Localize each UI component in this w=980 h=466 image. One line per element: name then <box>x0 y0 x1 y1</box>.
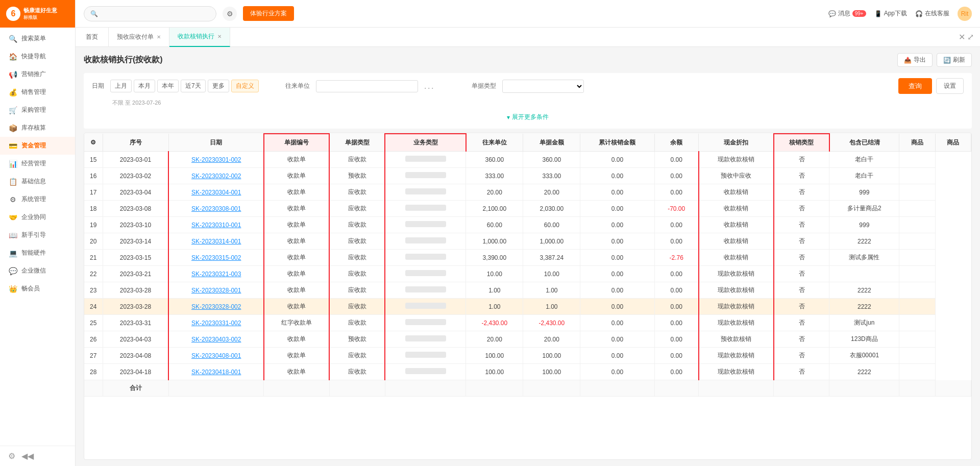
date-btn-上月[interactable]: 上月 <box>110 80 132 92</box>
date-btn-本年[interactable]: 本年 <box>157 80 179 92</box>
tab-expand[interactable]: ⤢ <box>967 32 974 42</box>
cell-bill_no[interactable]: SK-20230314-001 <box>168 233 264 250</box>
footer-cell-12 <box>829 380 899 397</box>
tab-close-all[interactable]: ✕ <box>959 32 965 42</box>
filter-row-2: 不限 至 2023-07-26 <box>92 98 964 107</box>
bill-link[interactable]: SK-20230301-002 <box>191 156 241 163</box>
bill-link[interactable]: SK-20230403-002 <box>191 336 241 343</box>
cell-bill_no[interactable]: SK-20230331-002 <box>168 315 264 331</box>
sidebar-item-collab[interactable]: 🤝企业协同 <box>0 208 75 226</box>
cell-bill_no[interactable]: SK-20230418-001 <box>168 364 264 380</box>
bill-link[interactable]: SK-20230328-001 <box>191 287 241 294</box>
settings-icon[interactable]: ⚙ <box>8 451 15 461</box>
cell-bill_no[interactable]: SK-20230315-002 <box>168 250 264 266</box>
cell-bill_no[interactable]: SK-20230310-001 <box>168 217 264 233</box>
data-table: ⚙序号日期单据编号单据类型业务类型往来单位单据金额累计核销金额余额现金折扣核销类… <box>84 133 971 397</box>
cell-bill_no[interactable]: SK-20230302-002 <box>168 168 264 184</box>
cell-bill_no[interactable]: SK-20230304-001 <box>168 184 264 201</box>
app-download-action[interactable]: 📱 App下载 <box>874 9 907 18</box>
tab-prepay[interactable]: 预收应收付单✕ <box>109 28 169 47</box>
sidebar-item-nav[interactable]: 🏠快捷导航 <box>0 47 75 65</box>
collapse-icon[interactable]: ◀◀ <box>21 451 34 461</box>
sidebar-item-basics[interactable]: 📋基础信息 <box>0 173 75 190</box>
cell-no: 19 <box>84 217 103 233</box>
sidebar-item-sales[interactable]: 💰销售管理 <box>0 83 75 101</box>
setting-btn[interactable]: 设置 <box>936 78 964 94</box>
sidebar-item-operations[interactable]: 📊经营管理 <box>0 155 75 173</box>
bill-link[interactable]: SK-20230418-001 <box>191 369 241 376</box>
cell-bill_no[interactable]: SK-20230408-001 <box>168 348 264 364</box>
sidebar-item-guide[interactable]: 📖新手引导 <box>0 226 75 244</box>
sidebar-item-inventory[interactable]: 📦库存核算 <box>0 119 75 137</box>
tab-close-verify[interactable]: ✕ <box>217 34 222 39</box>
cell-no: 25 <box>84 315 103 331</box>
col-settings[interactable]: ⚙ <box>84 134 103 152</box>
bill-link[interactable]: SK-20230321-003 <box>191 271 241 278</box>
online-service-action[interactable]: 🎧 在线客服 <box>915 9 949 18</box>
cell-partner <box>385 331 466 348</box>
sidebar-item-system[interactable]: ⚙系统管理 <box>0 190 75 208</box>
cell-bill_no[interactable]: SK-20230328-002 <box>168 299 264 315</box>
cell-goods2 <box>899 282 935 299</box>
search-input[interactable] <box>101 10 210 17</box>
date-btn-自定义[interactable]: 自定义 <box>231 80 259 92</box>
cell-bill_no[interactable]: SK-20230301-002 <box>168 152 264 168</box>
sidebar-item-finance[interactable]: 💳资金管理 <box>0 137 75 155</box>
sidebar-item-member[interactable]: 👑畅会员 <box>0 280 75 298</box>
receipt-type-select[interactable] <box>502 80 584 93</box>
cell-goods2 <box>899 250 935 266</box>
expand-bar[interactable]: ▾ 展开更多条件 <box>92 111 964 124</box>
bill-link[interactable]: SK-20230328-002 <box>191 303 241 310</box>
topbar-search-box[interactable]: 🔍 <box>84 6 216 21</box>
tab-home[interactable]: 首页 <box>76 28 109 47</box>
industry-btn[interactable]: 体验行业方案 <box>243 6 294 21</box>
sidebar-item-marketing[interactable]: 📢营销推广 <box>0 65 75 83</box>
cell-bill_no[interactable]: SK-20230328-001 <box>168 282 264 299</box>
cell-no: 18 <box>84 201 103 217</box>
bill-link[interactable]: SK-20230304-001 <box>191 189 241 196</box>
bill-link[interactable]: SK-20230314-001 <box>191 238 241 245</box>
sidebar-item-hardware[interactable]: 💻智能硬件 <box>0 244 75 262</box>
refresh-btn[interactable]: 🔄 刷新 <box>937 53 972 67</box>
sidebar-bottom: ⚙ ◀◀ <box>0 446 75 466</box>
receipt-type-label: 单据类型 <box>472 82 496 90</box>
cell-discount: 0.00 <box>654 348 699 364</box>
table-row: 282023-04-18SK-20230418-001收款单应收款100.001… <box>84 364 971 380</box>
sidebar-label-wechat: 企业微信 <box>21 266 46 275</box>
filter-dots: ... <box>424 81 435 91</box>
bill-link[interactable]: SK-20230308-001 <box>191 205 241 212</box>
date-btn-本月[interactable]: 本月 <box>134 80 155 92</box>
message-action[interactable]: 💬 消息 99+ <box>828 9 866 18</box>
col-header-partner: 往来单位 <box>466 134 523 152</box>
cell-bill_type: 收款单 <box>264 331 329 348</box>
bill-link[interactable]: SK-20230302-002 <box>191 173 241 180</box>
bill-link[interactable]: SK-20230408-001 <box>191 352 241 359</box>
logo-icon: 6 <box>6 7 20 21</box>
gear-button[interactable]: ⚙ <box>223 7 237 21</box>
cell-bill_no[interactable]: SK-20230321-003 <box>168 266 264 282</box>
date-btns: 上月本月本年近7天更多自定义 <box>110 80 259 92</box>
cell-bill_no[interactable]: SK-20230308-001 <box>168 201 264 217</box>
query-btn[interactable]: 查询 <box>898 78 932 94</box>
sidebar-menu: 🔍搜索菜单🏠快捷导航📢营销推广💰销售管理🛒采购管理📦库存核算💳资金管理📊经营管理… <box>0 28 75 446</box>
finance-icon: 💳 <box>8 142 17 150</box>
topbar-actions: 💬 消息 99+ 📱 App下载 🎧 在线客服 Rit <box>828 7 972 21</box>
user-avatar[interactable]: Rit <box>958 7 972 21</box>
sidebar-item-wechat[interactable]: 💬企业微信 <box>0 262 75 280</box>
tab-verify[interactable]: 收款核销执行✕ <box>169 28 230 47</box>
cell-bill_no[interactable]: SK-20230403-002 <box>168 331 264 348</box>
date-btn-近7天[interactable]: 近7天 <box>181 80 206 92</box>
export-btn[interactable]: 📤 导出 <box>897 53 933 67</box>
sidebar-item-purchase[interactable]: 🛒采购管理 <box>0 101 75 119</box>
bill-link[interactable]: SK-20230331-002 <box>191 320 241 327</box>
sidebar-label-inventory: 库存核算 <box>21 124 46 132</box>
bill-link[interactable]: SK-20230310-001 <box>191 222 241 229</box>
table-row: 192023-03-10SK-20230310-001收款单应收款60.0060… <box>84 217 971 233</box>
bill-link[interactable]: SK-20230315-002 <box>191 254 241 261</box>
partner-input[interactable] <box>316 80 418 92</box>
page-title-actions: 📤 导出 🔄 刷新 <box>897 53 972 67</box>
date-btn-更多[interactable]: 更多 <box>208 80 229 92</box>
sidebar-item-search[interactable]: 🔍搜索菜单 <box>0 30 75 47</box>
tab-close-prepay[interactable]: ✕ <box>157 34 161 40</box>
cell-balance: 0.00 <box>580 184 654 201</box>
